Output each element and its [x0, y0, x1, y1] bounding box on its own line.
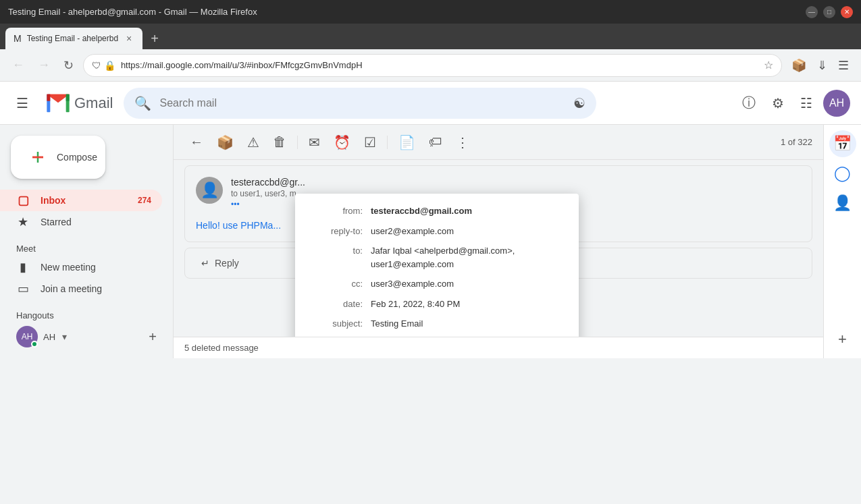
email-thread: 👤 testeraccbd@gr... to user1, user3, m..…	[174, 160, 823, 337]
compose-icon-svg	[27, 146, 49, 168]
back-button[interactable]: ←	[8, 54, 28, 76]
hangouts-dropdown-icon[interactable]: ▾	[62, 331, 67, 342]
security-icon: 🛡 🔒	[92, 60, 115, 71]
snooze-button[interactable]: ⏰	[328, 129, 356, 156]
back-to-inbox-button[interactable]: ←	[184, 129, 209, 155]
gmail-app: ☰ Gmail 🔍 ☯ ⓘ ⚙ ☷ AH	[0, 82, 861, 504]
compose-button[interactable]: Compose	[11, 136, 105, 179]
window-controls: — □ ✕	[806, 6, 853, 18]
url-input[interactable]	[121, 60, 758, 70]
delete-button[interactable]: 🗑	[267, 129, 292, 155]
avatar-icon: 👤	[201, 181, 219, 199]
new-tab-button[interactable]: +	[145, 28, 164, 49]
svg-rect-3	[66, 94, 70, 101]
keyboard-icon: ▭	[16, 281, 30, 296]
label-button[interactable]: 🏷	[423, 129, 448, 155]
email-count: 1 of 322	[781, 137, 812, 147]
detail-cc-row: cc: user3@example.com	[309, 277, 565, 291]
sender-avatar: 👤	[196, 177, 223, 204]
right-sidebar: 📅 ◯ 👤 +	[823, 125, 861, 358]
hangouts-avatar: AH	[16, 326, 38, 347]
search-bar[interactable]: 🔍 ☯	[124, 88, 596, 119]
svg-rect-2	[47, 94, 50, 101]
sender-name: testeraccbd@gr...	[231, 177, 801, 188]
cc-label: cc:	[309, 277, 363, 291]
titlebar-title: Testing Email - ahelperbd@gmail.com - Gm…	[8, 7, 257, 17]
bookmark-icon[interactable]: ☆	[764, 59, 773, 72]
apps-button[interactable]: ☷	[795, 90, 818, 117]
hangouts-user: AH AH ▾ +	[16, 326, 157, 347]
sidebar-item-starred[interactable]: ★ Starred	[0, 211, 162, 233]
reply-label: Reply	[215, 258, 239, 269]
date-value: Feb 21, 2022, 8:40 PM	[371, 298, 565, 311]
search-input[interactable]	[159, 97, 565, 109]
compose-label: Compose	[57, 152, 97, 163]
search-icon: 🔍	[134, 95, 151, 111]
hangouts-section: Hangouts AH AH ▾ +	[0, 300, 173, 353]
search-options-icon[interactable]: ☯	[573, 95, 585, 111]
settings-button[interactable]: ⚙	[766, 90, 789, 117]
more-button[interactable]: ⋮	[450, 129, 475, 156]
detail-subject-row: subject: Testing Email	[309, 317, 565, 331]
account-avatar[interactable]: AH	[823, 90, 850, 117]
help-button[interactable]: ⓘ	[737, 88, 761, 117]
task-button[interactable]: ☑	[359, 129, 382, 156]
sidebar-item-new-meeting[interactable]: ▮ New meeting	[0, 256, 162, 278]
move-button[interactable]: 📄	[393, 129, 421, 156]
active-tab[interactable]: M Testing Email - ahelperbd ×	[5, 28, 142, 49]
tasks-button[interactable]: ◯	[829, 160, 856, 187]
email-body-text: Hello! use PHPMa...	[196, 220, 281, 231]
toolbar-separator-2	[387, 136, 388, 149]
meet-section-title: Meet	[0, 233, 173, 256]
hangouts-username: AH	[43, 332, 55, 342]
minimize-button[interactable]: —	[806, 6, 818, 18]
deleted-messages-text: 5 deleted message	[184, 343, 259, 353]
tab-favicon: M	[14, 33, 22, 44]
inbox-label: Inbox	[41, 195, 127, 206]
menu-button[interactable]: ☰	[834, 54, 853, 77]
sidebar-item-inbox[interactable]: ▢ Inbox 274	[0, 190, 162, 211]
forward-button[interactable]: →	[34, 54, 54, 76]
email-toolbar: ← 📦 ⚠ 🗑 ✉ ⏰ ☑ 📄 🏷 ⋮ 1 of 322	[174, 125, 823, 160]
detail-date-row: date: Feb 21, 2022, 8:40 PM	[309, 298, 565, 311]
hamburger-menu[interactable]: ☰	[11, 90, 34, 117]
replyto-value: user2@example.com	[371, 225, 565, 238]
detail-to-row: to: Jafar Iqbal <ahelperbd@gmail.com>,us…	[309, 244, 565, 271]
gmail-header: ☰ Gmail 🔍 ☯ ⓘ ⚙ ☷ AH	[0, 82, 861, 125]
from-label: from:	[309, 204, 363, 218]
inbox-count: 274	[138, 196, 151, 205]
from-value: testeraccbd@gmail.com	[371, 204, 565, 218]
calendar-button[interactable]: 📅	[829, 130, 856, 157]
new-meeting-label: New meeting	[41, 262, 151, 273]
email-area: ← 📦 ⚠ 🗑 ✉ ⏰ ☑ 📄 🏷 ⋮ 1 of 322	[173, 125, 823, 358]
detail-replyto-row: reply-to: user2@example.com	[309, 225, 565, 238]
bottom-bar: 5 deleted message	[174, 337, 823, 358]
reply-icon: ↵	[201, 258, 209, 269]
contacts-button[interactable]: 👤	[829, 190, 856, 217]
sidebar-item-join-meeting[interactable]: ▭ Join a meeting	[0, 278, 162, 300]
spam-button[interactable]: ⚠	[242, 129, 265, 156]
mark-unread-button[interactable]: ✉	[303, 129, 325, 156]
bookmarks-button[interactable]: 📦	[787, 54, 810, 77]
hangouts-add-button[interactable]: +	[149, 329, 157, 345]
email-details-popup: from: testeraccbd@gmail.com reply-to: us…	[295, 194, 579, 337]
reply-button[interactable]: ↵ Reply	[185, 248, 255, 278]
url-bar[interactable]: 🛡 🔒 ☆	[83, 54, 782, 77]
reload-button[interactable]: ↻	[59, 54, 78, 77]
to-value: Jafar Iqbal <ahelperbd@gmail.com>,user1@…	[371, 244, 565, 271]
hangouts-initials: AH	[22, 332, 33, 341]
download-button[interactable]: ⇓	[813, 54, 831, 77]
hangouts-title: Hangouts	[16, 310, 157, 320]
add-apps-button[interactable]: +	[829, 326, 856, 353]
gmail-logo: Gmail	[45, 90, 113, 117]
starred-label: Starred	[41, 217, 151, 227]
date-label: date:	[309, 298, 363, 311]
starred-icon: ★	[16, 215, 30, 229]
archive-button[interactable]: 📦	[211, 129, 239, 156]
replyto-label: reply-to:	[309, 225, 363, 238]
close-button[interactable]: ✕	[841, 6, 853, 18]
tab-title: Testing Email - ahelperbd	[27, 34, 118, 43]
tab-close-button[interactable]: ×	[124, 32, 134, 45]
header-actions: ⓘ ⚙ ☷ AH	[737, 88, 850, 117]
maximize-button[interactable]: □	[823, 6, 835, 18]
